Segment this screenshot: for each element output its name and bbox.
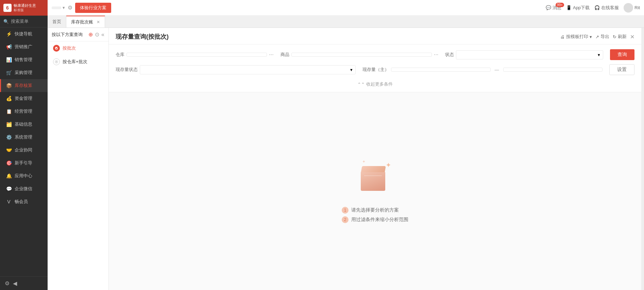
- sidebar-item-operation[interactable]: 📋 经营管理: [0, 105, 48, 118]
- sidebar-item-system[interactable]: ⚙️ 系统管理: [0, 131, 48, 144]
- right-panel: 现存量查询(按批次) 🖨 按模板打印 ▾ ↗ 导出 ↻ 刷新: [109, 28, 641, 290]
- sidebar-header: 6 畅康通好生意 标准版: [0, 0, 48, 16]
- sidebar-item-app[interactable]: 🔔 应用中心: [0, 169, 48, 182]
- goods-more-icon[interactable]: ···: [434, 52, 438, 58]
- warehouse-label: 仓库: [116, 52, 124, 58]
- sidebar-item-collab[interactable]: 🤝 企业协同: [0, 144, 48, 157]
- set-button[interactable]: 设置: [609, 64, 634, 75]
- print-dropdown-icon[interactable]: ▾: [590, 34, 592, 39]
- sidebar-item-marketing[interactable]: 📢 营销推广: [0, 40, 48, 53]
- sidebar-item-basic[interactable]: 🗂️ 基础信息: [0, 118, 48, 131]
- sidebar-icon-basic: 🗂️: [6, 121, 12, 127]
- plan-item-by-batch[interactable]: 按批次: [48, 41, 108, 55]
- inventory-qty-separator: —: [493, 67, 501, 72]
- status-dropdown-icon[interactable]: ▾: [598, 52, 600, 57]
- status-label: 状态: [445, 52, 454, 58]
- avatar: [624, 3, 633, 13]
- topbar-nav: ▾: [52, 5, 65, 10]
- goods-input[interactable]: [291, 53, 432, 57]
- tab-batch-inventory-label: 库存批次账: [71, 19, 93, 25]
- warehouse-more-icon[interactable]: ···: [269, 52, 273, 58]
- sidebar-item-wechat[interactable]: 💬 企业微信: [0, 182, 48, 195]
- sidebar-icon-inventory: 📦: [6, 83, 12, 89]
- message-item[interactable]: 💬 消息 99+: [546, 5, 561, 11]
- sidebar-icon-quick-nav: ⚡: [6, 31, 12, 37]
- print-template-button[interactable]: 🖨 按模板打印 ▾: [560, 34, 592, 40]
- goods-label: 商品: [281, 52, 289, 58]
- sidebar-icon-finance: 💰: [6, 95, 12, 102]
- tabbar: 首页 库存批次账 ✕: [48, 16, 644, 28]
- sidebar-item-member[interactable]: V 畅会员: [0, 195, 48, 208]
- message-icon: 💬: [546, 5, 551, 10]
- refresh-button[interactable]: ↻ 刷新: [613, 34, 627, 40]
- left-panel-actions: ⊕ ⊙ «: [88, 31, 104, 38]
- sidebar-item-guide[interactable]: 🎯 新手引导: [0, 157, 48, 169]
- status-input[interactable]: ▾: [456, 50, 603, 59]
- tab-batch-inventory[interactable]: 库存批次账 ✕: [66, 16, 105, 28]
- right-edge-scrollbar: [641, 28, 644, 290]
- collapse-icon[interactable]: ◀: [13, 280, 17, 287]
- sparkle-icon: ✦: [386, 161, 391, 169]
- app-icon: 📱: [566, 5, 572, 10]
- empty-hint-1: 1 请先选择要分析的方案: [342, 207, 408, 214]
- brand-name: 畅康通好生意: [14, 3, 36, 8]
- topbar-right: 💬 消息 99+ 📱 App下载 🎧 在线客服 Rit: [546, 3, 640, 13]
- sidebar-item-purchase[interactable]: 🛒 采购管理: [0, 66, 48, 79]
- app-download-item[interactable]: 📱 App下载: [566, 5, 590, 11]
- filter-row-1: 仓库 ··· 商品 ··· 状态 ▾: [116, 49, 634, 60]
- user-info[interactable]: Rit: [624, 3, 640, 13]
- sidebar-item-inventory[interactable]: 📦 库存核算: [0, 79, 48, 92]
- sidebar-nav: ⚡ 快捷导航 📢 营销推广 📊 销售管理 🛒 采购管理 📦 库存核算 💰 资金管…: [0, 28, 48, 276]
- try-industry-button[interactable]: 体验行业方案: [75, 3, 111, 13]
- inventory-qty-max-input[interactable]: [503, 68, 603, 72]
- inventory-status-input[interactable]: ▾: [140, 65, 356, 74]
- goods-filter: 商品 ···: [281, 52, 439, 58]
- inv-status-dropdown-icon[interactable]: ▾: [350, 67, 353, 72]
- add-plan-icon[interactable]: ⊕: [88, 31, 93, 38]
- search-label: 搜索菜单: [11, 18, 29, 24]
- warehouse-filter: 仓库 ···: [116, 52, 274, 58]
- left-panel-collapse-icon[interactable]: «: [101, 32, 104, 38]
- hint-num-1: 1: [342, 207, 349, 214]
- sidebar-icon-member: V: [6, 199, 12, 205]
- plan-label-by-warehouse-batch: 按仓库+批次: [63, 59, 87, 65]
- plan-settings-icon[interactable]: ⊙: [95, 31, 99, 38]
- query-button[interactable]: 查询: [610, 49, 634, 60]
- export-button[interactable]: ↗ 导出: [595, 34, 609, 40]
- sidebar-label-guide: 新手引导: [15, 160, 32, 166]
- hint-text-1: 请先选择要分析的方案: [351, 207, 399, 213]
- page-title: 现存量查询(按批次): [116, 33, 169, 41]
- nav-pill[interactable]: [52, 6, 61, 9]
- empty-hint-2: 2 用过滤条件来缩小分析范围: [342, 216, 408, 223]
- tab-close-icon[interactable]: ✕: [97, 20, 100, 24]
- topbar-gear-icon[interactable]: ⚙: [68, 4, 72, 11]
- brand-logo: 6: [3, 4, 12, 12]
- sidebar-item-sales[interactable]: 📊 销售管理: [0, 53, 48, 66]
- sidebar: 6 畅康通好生意 标准版 🔍 搜索菜单 ⚡ 快捷导航 📢 营销推广 📊 销售管理…: [0, 0, 48, 290]
- tab-home-label: 首页: [52, 19, 61, 25]
- warehouse-input[interactable]: [126, 53, 267, 57]
- sidebar-item-quick-nav[interactable]: ⚡ 快捷导航: [0, 28, 48, 40]
- sidebar-label-collab: 企业协同: [15, 147, 32, 153]
- plan-item-by-warehouse-batch[interactable]: 按仓库+批次: [48, 55, 108, 69]
- empty-illustration: ✦ ✦ 1 请先选择要分析的方案 2: [342, 159, 408, 223]
- collapse-more[interactable]: ⌃⌃ 收起更多条件: [116, 79, 634, 87]
- sidebar-search[interactable]: 🔍 搜索菜单: [0, 16, 48, 28]
- settings-icon[interactable]: ⚙: [5, 280, 10, 287]
- brand-edition: 标准版: [14, 8, 36, 13]
- sidebar-label-wechat: 企业微信: [15, 186, 32, 192]
- sidebar-icon-app: 🔔: [6, 173, 12, 179]
- tab-home[interactable]: 首页: [48, 16, 66, 28]
- print-icon: 🖨: [560, 34, 565, 39]
- topbar-left: ▾ ⚙ 体验行业方案: [52, 3, 543, 13]
- empty-hints: 1 请先选择要分析的方案 2 用过滤条件来缩小分析范围: [342, 207, 408, 223]
- sidebar-item-finance[interactable]: 💰 资金管理: [0, 92, 48, 105]
- nav-dropdown-icon[interactable]: ▾: [63, 5, 65, 10]
- sidebar-icon-purchase: 🛒: [6, 70, 12, 76]
- hint-num-2: 2: [342, 216, 349, 223]
- inventory-qty-min-input[interactable]: [391, 68, 491, 72]
- inventory-qty-label: 现存量（主）: [362, 67, 389, 73]
- sidebar-icon-wechat: 💬: [6, 186, 12, 192]
- close-panel-button[interactable]: ✕: [630, 34, 634, 40]
- online-service-item[interactable]: 🎧 在线客服: [594, 5, 619, 11]
